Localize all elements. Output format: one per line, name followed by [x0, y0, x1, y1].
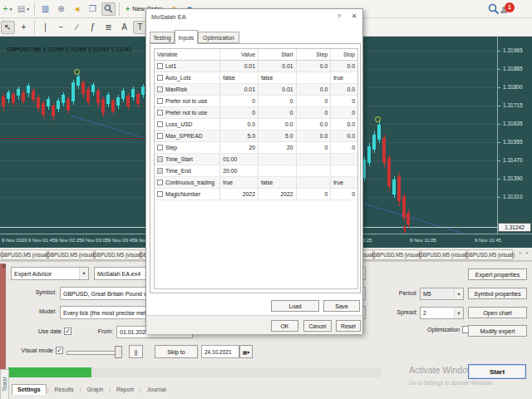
param-checkbox[interactable] — [157, 121, 163, 127]
start-button[interactable]: Start — [468, 364, 526, 379]
chart-tab[interactable]: GBPUSD,M5 (visual) — [2, 249, 47, 260]
param-checkbox[interactable] — [157, 75, 163, 81]
param-value-cell[interactable]: 5.0 — [259, 131, 297, 141]
param-value-cell[interactable]: 0.0 — [331, 119, 357, 130]
chart-tab[interactable]: GBPUSD,M5 (visual) — [95, 249, 140, 260]
visual-speed-slider[interactable] — [66, 351, 120, 355]
notification-badge[interactable]: 1 — [505, 2, 515, 12]
vertical-line-icon[interactable]: | — [38, 21, 52, 34]
dialog-tab-testing[interactable]: Testing — [150, 32, 175, 43]
param-value-cell[interactable]: true — [331, 177, 357, 188]
param-value-cell[interactable]: 0 — [297, 107, 332, 118]
param-value-cell[interactable]: 0.01 — [220, 84, 259, 95]
param-value-cell[interactable]: false — [220, 72, 259, 83]
param-value-cell[interactable]: 0 — [259, 107, 297, 118]
param-value-cell[interactable]: 01:00 — [220, 154, 259, 165]
param-value-cell[interactable]: 0.0 — [331, 84, 357, 95]
param-value-cell[interactable]: 0.0 — [297, 119, 332, 130]
param-value-cell[interactable]: 0 — [331, 96, 357, 106]
param-value-cell[interactable]: 0.0 — [259, 119, 297, 130]
tester-vertical-tab[interactable]: Tester — [0, 369, 9, 399]
param-checkbox[interactable] — [157, 110, 163, 116]
reset-button[interactable]: Reset — [336, 320, 361, 332]
param-checkbox[interactable] — [157, 98, 163, 104]
open-chart-button[interactable]: Open chart — [468, 307, 527, 318]
table-row[interactable]: Time_End20:00 — [155, 165, 357, 177]
param-value-cell[interactable]: 0.01 — [220, 61, 259, 71]
table-row[interactable]: Time_Start01:00 — [155, 154, 357, 165]
period-select[interactable]: M5▼ — [420, 288, 464, 300]
param-value-cell[interactable]: false — [259, 72, 297, 83]
crosshair-window-icon[interactable]: ⊕ — [54, 2, 68, 16]
crosshair-tool-icon[interactable]: + — [17, 21, 31, 34]
dialog-tab-optimization[interactable]: Optimization — [198, 32, 239, 43]
profiles-icon[interactable]: ▤▼ — [17, 2, 31, 16]
cursor-yellow-icon[interactable]: ◄ — [70, 2, 84, 16]
pause-button[interactable]: || — [129, 345, 143, 358]
cancel-button[interactable]: Cancel — [303, 320, 332, 332]
tester-close-button[interactable]: x — [2, 263, 6, 269]
save-button[interactable]: Save — [323, 300, 360, 312]
param-value-cell[interactable]: 0.01 — [259, 61, 297, 71]
modify-expert-button[interactable]: Modify expert — [468, 325, 527, 337]
expert-type-select[interactable]: Expert Advisor▼ — [11, 267, 89, 280]
param-value-cell[interactable]: 0.0 — [297, 84, 332, 95]
param-value-cell[interactable]: 0 — [220, 96, 259, 106]
tester-tab-journal[interactable]: Journal — [142, 385, 171, 394]
expert-properties-button[interactable]: Expert properties — [468, 268, 527, 280]
param-checkbox[interactable] — [157, 180, 163, 185]
tester-tab-graph[interactable]: Graph — [82, 385, 108, 394]
param-value-cell[interactable] — [259, 154, 297, 165]
param-value-cell[interactable]: 0.0 — [297, 61, 332, 71]
new-chart-icon[interactable]: +▼ — [1, 2, 15, 16]
param-checkbox[interactable] — [157, 191, 163, 197]
skip-to-button[interactable]: Skip to — [155, 345, 198, 358]
chart-tab[interactable]: GBPUSD,M5 (visual) — [374, 249, 420, 260]
tester-tab-settings[interactable]: Settings — [12, 384, 47, 395]
table-row[interactable]: Loss_USD0.00.00.00.0 — [155, 119, 357, 131]
param-value-cell[interactable]: 0.0 — [297, 131, 332, 141]
channel-icon[interactable]: ≣ — [101, 21, 116, 34]
symbol-properties-button[interactable]: Symbol properties — [468, 288, 527, 299]
param-checkbox[interactable] — [157, 133, 163, 139]
param-value-cell[interactable]: 0.0 — [331, 61, 357, 71]
tester-tab-report[interactable]: Report — [111, 385, 139, 394]
search-icon[interactable] — [488, 3, 500, 15]
param-value-cell[interactable]: 0 — [297, 142, 332, 153]
trendline-icon[interactable]: ∕ — [70, 21, 84, 34]
tester-tab-results[interactable]: Results — [49, 385, 78, 394]
use-date-checkbox[interactable] — [64, 328, 71, 335]
param-value-cell[interactable]: 0 — [331, 189, 357, 200]
param-value-cell[interactable]: 20:00 — [220, 165, 259, 176]
dialog-close-button[interactable]: ✕ — [349, 12, 359, 22]
table-row[interactable]: Max_SPREAD5.05.00.00.0 — [155, 131, 357, 142]
spread-select[interactable]: 2▼ — [420, 307, 464, 319]
param-value-cell[interactable]: 0 — [220, 107, 259, 118]
table-row[interactable]: Prefer not to use0000 — [155, 96, 357, 107]
param-checkbox[interactable] — [157, 145, 163, 150]
chart-tab[interactable]: GBPUSD,M5 (visual) — [48, 249, 94, 260]
tile-window-icon[interactable]: ❐ — [86, 2, 100, 16]
chart-tabs-scroll-arrows[interactable]: ‹ › — [519, 250, 530, 256]
chart-tab[interactable]: GBPUSD,M5 (visual) — [467, 249, 513, 260]
param-value-cell[interactable] — [297, 165, 332, 176]
param-value-cell[interactable]: false — [259, 177, 297, 188]
param-value-cell[interactable] — [331, 165, 357, 176]
param-value-cell[interactable]: 0 — [331, 107, 357, 118]
param-value-cell[interactable]: 0.0 — [331, 131, 357, 141]
table-row[interactable]: Auto_Lotsfalsefalsetrue — [155, 72, 357, 84]
zoom-icon[interactable] — [101, 2, 116, 16]
param-value-cell[interactable]: 0 — [297, 96, 332, 106]
table-row[interactable]: Lot10.010.010.00.0 — [155, 61, 357, 72]
load-button[interactable]: Load — [271, 300, 319, 312]
dialog-tab-inputs[interactable]: Inputs — [175, 30, 198, 44]
param-value-cell[interactable]: true — [220, 177, 259, 188]
text-icon[interactable]: A — [117, 21, 131, 34]
param-value-cell[interactable]: true — [331, 72, 357, 83]
param-value-cell[interactable] — [259, 165, 297, 176]
param-value-cell[interactable] — [331, 154, 357, 165]
charts-icon[interactable]: ▥ — [38, 2, 52, 16]
param-value-cell[interactable] — [297, 177, 332, 188]
param-value-cell[interactable]: 0 — [331, 142, 357, 153]
slider-thumb[interactable] — [115, 346, 122, 358]
